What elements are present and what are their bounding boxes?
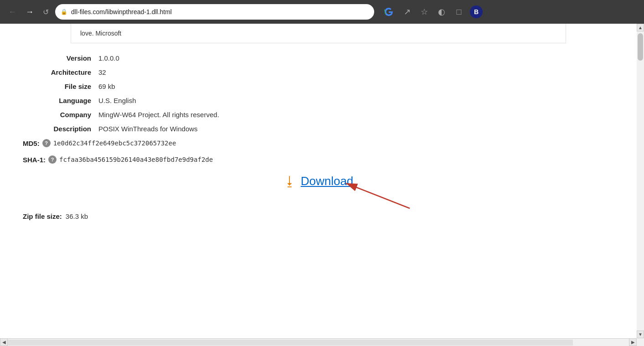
- language-label: Language: [23, 97, 91, 104]
- back-button[interactable]: ←: [5, 5, 19, 19]
- zip-label: Zip file size:: [23, 212, 62, 220]
- scroll-track[interactable]: [8, 338, 629, 346]
- page-wrapper: love. Microsoft Version 1.0.0.0 Architec…: [0, 24, 644, 346]
- zip-row: Zip file size: 36.3 kb: [0, 212, 637, 220]
- top-card-text: love. Microsoft: [80, 30, 121, 37]
- extensions-icon[interactable]: ◐: [435, 5, 448, 18]
- architecture-value: 32: [98, 68, 106, 76]
- md5-row: MD5: ? 1e0d62c34ff2e649ebc5c372065732ee: [23, 139, 614, 147]
- sha1-help-icon[interactable]: ?: [48, 155, 57, 164]
- vertical-scrollbar[interactable]: ▲ ▼: [637, 24, 644, 338]
- annotation-arrow: [332, 176, 423, 215]
- filesize-value: 69 kb: [98, 83, 115, 90]
- sha1-label: SHA-1:: [23, 156, 46, 164]
- scroll-up-button[interactable]: ▲: [637, 24, 644, 31]
- zip-value: 36.3 kb: [66, 212, 88, 220]
- svg-line-1: [346, 183, 410, 208]
- version-row: Version 1.0.0.0: [23, 54, 614, 62]
- filesize-label: File size: [23, 83, 91, 90]
- scroll-left-button[interactable]: ◀: [0, 338, 8, 346]
- scroll-right-button[interactable]: ▶: [629, 338, 637, 346]
- download-section: ⭳ Download: [23, 172, 614, 191]
- company-row: Company MingW-W64 Project. All rights re…: [23, 111, 614, 119]
- company-label: Company: [23, 111, 91, 119]
- address-bar[interactable]: 🔒 dll-files.com/libwinpthread-1.dll.html: [55, 4, 374, 20]
- content-area: love. Microsoft Version 1.0.0.0 Architec…: [0, 24, 644, 338]
- filesize-row: File size 69 kb: [23, 83, 614, 90]
- profile-icon[interactable]: B: [470, 5, 483, 18]
- description-row: Description POSIX WinThreads for Windows: [23, 125, 614, 133]
- horizontal-scrollbar[interactable]: ◀ ▶: [0, 338, 644, 346]
- scroll-down-button[interactable]: ▼: [637, 331, 644, 338]
- share-icon[interactable]: ↗: [401, 5, 413, 18]
- md5-value: 1e0d62c34ff2e649ebc5c372065732ee: [53, 139, 176, 147]
- scroll-h-thumb[interactable]: [8, 340, 573, 346]
- language-value: U.S. English: [98, 97, 136, 104]
- lock-icon: 🔒: [61, 9, 67, 15]
- refresh-button[interactable]: ↺: [40, 6, 52, 18]
- bookmark-icon[interactable]: ☆: [418, 5, 431, 18]
- scroll-thumb[interactable]: [638, 33, 643, 61]
- fullscreen-icon[interactable]: □: [453, 5, 465, 18]
- browser-actions: ↗ ☆ ◐ □ B: [381, 5, 483, 19]
- architecture-row: Architecture 32: [23, 68, 614, 76]
- top-card: love. Microsoft: [71, 24, 566, 43]
- sha1-value: fcfaa36ba456159b26140a43e80fbd7e9d9af2de: [59, 156, 213, 163]
- version-value: 1.0.0.0: [98, 54, 119, 62]
- forward-button[interactable]: →: [23, 5, 36, 19]
- browser-chrome: ← → ↺ 🔒 dll-files.com/libwinpthread-1.dl…: [0, 0, 644, 24]
- version-label: Version: [23, 54, 91, 62]
- url-text: dll-files.com/libwinpthread-1.dll.html: [71, 8, 369, 15]
- sha1-row: SHA-1: ? fcfaa36ba456159b26140a43e80fbd7…: [23, 155, 614, 164]
- description-label: Description: [23, 125, 91, 133]
- description-value: POSIX WinThreads for Windows: [98, 125, 198, 133]
- google-icon[interactable]: [381, 5, 396, 19]
- md5-label: MD5:: [23, 139, 40, 147]
- md5-help-icon[interactable]: ?: [42, 139, 51, 147]
- download-icon: ⭳: [283, 174, 296, 189]
- language-row: Language U.S. English: [23, 97, 614, 104]
- main-content: love. Microsoft Version 1.0.0.0 Architec…: [0, 24, 637, 338]
- architecture-label: Architecture: [23, 68, 91, 76]
- info-section: Version 1.0.0.0 Architecture 32 File siz…: [0, 43, 637, 211]
- company-value: MingW-W64 Project. All rights reserved.: [98, 111, 219, 119]
